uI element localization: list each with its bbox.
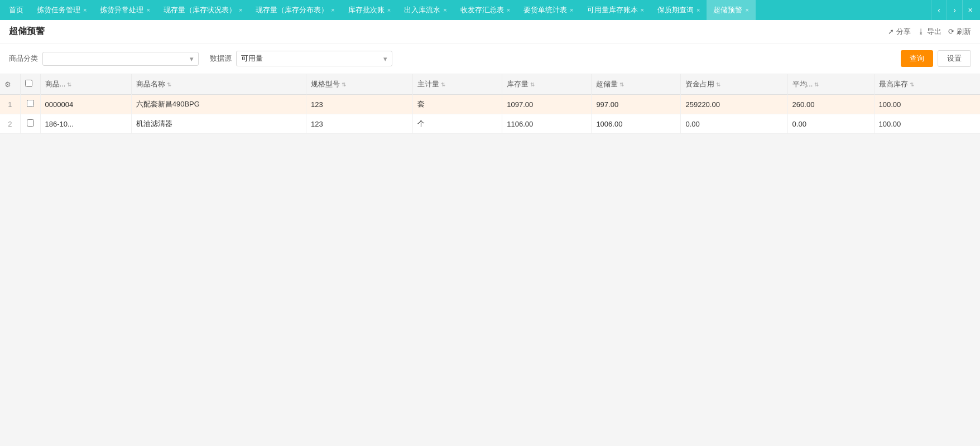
cell-product-name: 六配套新昌490BPG xyxy=(131,95,306,114)
nav-close-button[interactable]: × xyxy=(962,0,978,20)
nav-tab-picking-exception[interactable]: 拣货异常处理 × xyxy=(93,0,156,20)
cell-spec: 123 xyxy=(306,114,413,134)
sort-icon[interactable]: ⇅ xyxy=(716,81,720,88)
cell-overstock: 997.00 xyxy=(592,95,681,114)
row-checkbox[interactable] xyxy=(27,119,34,127)
refresh-button[interactable]: ⟳ 刷新 xyxy=(948,27,971,37)
sort-icon[interactable]: ⇅ xyxy=(530,81,535,88)
query-button[interactable]: 查询 xyxy=(901,50,933,67)
cell-unit: 套 xyxy=(413,95,502,114)
cell-spec: 123 xyxy=(306,95,413,114)
cell-max-stock: 100.00 xyxy=(874,114,980,134)
th-stock: 库存量 ⇅ xyxy=(502,74,592,95)
nav-tab-picking-tasks[interactable]: 拣货任务管理 × xyxy=(30,0,93,20)
main-nav-bar: 首页 拣货任务管理 × 拣货异常处理 × 现存量（库存状况表） × 现存量（库存… xyxy=(0,0,980,20)
th-checkbox xyxy=(20,74,40,95)
nav-tab-inventory-status[interactable]: 现存量（库存状况表） × xyxy=(157,0,249,20)
chevron-down-icon: ▾ xyxy=(383,55,387,63)
cell-capital: 0.00 xyxy=(681,114,787,134)
refresh-icon: ⟳ xyxy=(948,27,954,36)
nav-tab-collection-summary[interactable]: 收发存汇总表 × xyxy=(454,0,517,20)
cell-avg: 260.00 xyxy=(787,95,874,114)
cell-capital: 259220.00 xyxy=(681,95,787,114)
th-capital: 资金占用 ⇅ xyxy=(681,74,787,95)
gear-icon[interactable]: ⚙ xyxy=(4,80,11,89)
share-button[interactable]: ➚ 分享 xyxy=(888,27,911,37)
th-spec: 规格型号 ⇅ xyxy=(306,74,413,95)
export-icon: ⭳ xyxy=(917,27,925,36)
data-source-select[interactable]: 可用量 ▾ xyxy=(236,51,392,66)
sort-icon[interactable]: ⇅ xyxy=(619,81,624,88)
filter-actions: 查询 设置 xyxy=(901,50,971,67)
cell-avg: 0.00 xyxy=(787,114,874,134)
close-icon[interactable]: × xyxy=(146,7,150,13)
sort-icon[interactable]: ⇅ xyxy=(441,81,445,88)
nav-right-buttons: ‹ › × xyxy=(931,0,978,20)
nav-tab-inout-flow[interactable]: 出入库流水 × xyxy=(397,0,453,20)
overstock-table: ⚙ 商品... ⇅ 商品名称 ⇅ xyxy=(0,74,980,134)
close-icon[interactable]: × xyxy=(387,7,391,13)
close-icon[interactable]: × xyxy=(83,7,87,13)
row-checkbox[interactable] xyxy=(27,100,34,107)
nav-tab-quality-query[interactable]: 保质期查询 × xyxy=(651,0,707,20)
table-row: 2 186-10... 机油滤清器 123 个 1106.00 1006.00 … xyxy=(0,114,980,134)
sort-icon[interactable]: ⇅ xyxy=(910,81,914,88)
close-icon[interactable]: × xyxy=(641,7,644,13)
product-category-label: 商品分类 xyxy=(9,54,38,64)
close-icon[interactable]: × xyxy=(696,7,700,13)
cell-stock: 1106.00 xyxy=(502,114,592,134)
cell-stock: 1097.00 xyxy=(502,95,592,114)
nav-next-button[interactable]: › xyxy=(947,0,962,20)
nav-tab-requisition-stats[interactable]: 要货单统计表 × xyxy=(517,0,580,20)
share-icon: ➚ xyxy=(888,27,894,36)
nav-prev-button[interactable]: ‹ xyxy=(931,0,947,20)
nav-tab-home[interactable]: 首页 xyxy=(2,0,30,20)
sort-icon[interactable]: ⇅ xyxy=(814,81,819,88)
select-all-checkbox[interactable] xyxy=(25,80,32,87)
nav-tab-inventory-dist[interactable]: 现存量（库存分布表） × xyxy=(249,0,341,20)
sort-icon[interactable]: ⇅ xyxy=(67,81,71,88)
nav-tab-batch-account[interactable]: 库存批次账 × xyxy=(342,0,397,20)
sort-icon[interactable]: ⇅ xyxy=(167,81,171,88)
row-checkbox-cell xyxy=(20,95,40,114)
table-container: ⚙ 商品... ⇅ 商品名称 ⇅ xyxy=(0,74,980,134)
nav-tab-available-ledger[interactable]: 可用量库存账本 × xyxy=(580,0,651,20)
th-settings: ⚙ xyxy=(0,74,20,95)
cell-overstock: 1006.00 xyxy=(592,114,681,134)
row-num: 1 xyxy=(0,95,20,114)
page-actions: ➚ 分享 ⭳ 导出 ⟳ 刷新 xyxy=(888,27,971,37)
th-max-stock: 最高库存 ⇅ xyxy=(874,74,980,95)
close-icon[interactable]: × xyxy=(507,7,510,13)
settings-button[interactable]: 设置 xyxy=(938,50,971,67)
cell-unit: 个 xyxy=(413,114,502,134)
cell-max-stock: 100.00 xyxy=(874,95,980,114)
table-header-row: ⚙ 商品... ⇅ 商品名称 ⇅ xyxy=(0,74,980,95)
th-avg: 平均... ⇅ xyxy=(787,74,874,95)
th-product-code: 商品... ⇅ xyxy=(40,74,131,95)
filter-bar: 商品分类 ▾ 数据源 可用量 ▾ 查询 设置 xyxy=(0,43,980,74)
sort-icon[interactable]: ⇅ xyxy=(342,81,346,88)
data-source-label: 数据源 xyxy=(210,54,232,64)
page-container: 超储预警 ➚ 分享 ⭳ 导出 ⟳ 刷新 商品分类 ▾ 数据源 xyxy=(0,20,980,134)
cell-product-name: 机油滤清器 xyxy=(131,114,306,134)
page-title-bar: 超储预警 ➚ 分享 ⭳ 导出 ⟳ 刷新 xyxy=(0,20,980,43)
cell-product-code: 186-10... xyxy=(40,114,131,134)
nav-tab-overstock[interactable]: 超储预警 × xyxy=(707,0,755,20)
close-icon[interactable]: × xyxy=(570,7,573,13)
export-button[interactable]: ⭳ 导出 xyxy=(917,27,941,37)
close-icon[interactable]: × xyxy=(745,7,748,13)
th-product-name: 商品名称 ⇅ xyxy=(131,74,306,95)
th-unit: 主计量 ⇅ xyxy=(413,74,502,95)
data-source-filter: 数据源 可用量 ▾ xyxy=(210,51,392,66)
close-icon[interactable]: × xyxy=(239,7,242,13)
page-title: 超储预警 xyxy=(9,26,45,37)
close-icon[interactable]: × xyxy=(443,7,446,13)
product-category-select[interactable]: ▾ xyxy=(42,52,199,66)
cell-product-code: 0000004 xyxy=(40,95,131,114)
data-source-value: 可用量 xyxy=(241,54,263,64)
row-checkbox-cell xyxy=(20,114,40,134)
row-num: 2 xyxy=(0,114,20,134)
close-icon[interactable]: × xyxy=(331,7,334,13)
th-overstock: 超储量 ⇅ xyxy=(592,74,681,95)
table-row: 1 0000004 六配套新昌490BPG 123 套 1097.00 997.… xyxy=(0,95,980,114)
